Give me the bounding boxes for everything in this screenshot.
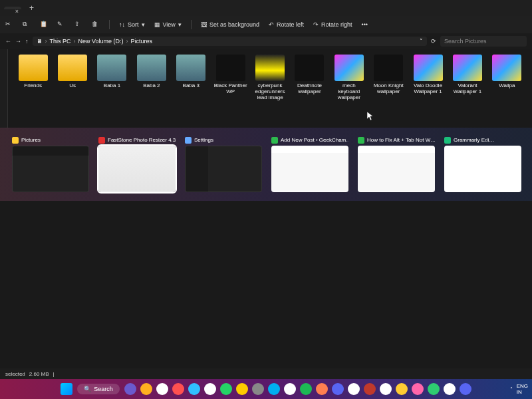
close-tab-icon[interactable]: × [15,8,19,15]
rotate-right-icon: ↷ [313,21,319,28]
window-card[interactable]: Pictures [12,137,89,192]
thumbnail [492,55,521,81]
window-thumbnail [444,146,521,192]
taskbar-app-icon[interactable] [220,383,232,395]
taskbar-app-icon[interactable] [444,383,456,395]
thumbnail [137,55,166,81]
paste-button[interactable]: 📋 [40,21,48,29]
taskbar-app-icon[interactable] [268,383,280,395]
thumbnail [255,55,285,81]
file-item[interactable]: Valorant Wallpaper 1 [450,55,484,124]
copy-icon: ⧉ [23,21,31,29]
window-thumbnail [12,146,89,192]
taskbar-app-icon[interactable] [396,383,408,395]
file-item[interactable]: Baba 3 [174,55,208,124]
window-card[interactable]: FastStone Photo Resizer 4.3 [98,137,176,192]
file-item[interactable]: cyberpunk edgerunners lead image [253,55,287,124]
window-title: FastStone Photo Resizer 4.3 [98,137,176,144]
taskbar-app-icon[interactable] [348,383,360,395]
view-button[interactable]: ▦View▾ [154,21,182,28]
copy-button[interactable]: ⧉ [23,21,31,29]
taskbar-app-icon[interactable] [412,383,424,395]
taskbar-app-icon[interactable] [284,383,296,395]
crumb-this-pc[interactable]: This PC [50,38,71,45]
sort-button[interactable]: ↑↓Sort▾ [119,21,145,28]
file-item[interactable]: Black Panther WP [213,55,247,124]
taskbar-app-icon[interactable] [204,383,216,395]
up-button[interactable]: ↑ [25,38,29,45]
delete-button[interactable]: 🗑 [92,21,100,29]
new-tab-button[interactable]: + [27,3,37,13]
taskbar-app-icon[interactable] [316,383,328,395]
cut-button[interactable]: ✂ [5,21,13,29]
taskbar-app-icon[interactable] [252,383,264,395]
file-label: Moon Knight wallpaper [372,83,406,95]
back-button[interactable]: ← [5,38,11,45]
window-card[interactable]: Add New Post ‹ GeekCham… [271,137,348,192]
chevron-right-icon: › [126,38,128,45]
file-label: cyberpunk edgerunners lead image [253,83,287,100]
taskbar-app-icon[interactable] [156,383,168,395]
taskbar-app-icon[interactable] [300,383,312,395]
share-icon: ⇪ [74,21,82,29]
file-label: Friends [24,83,42,89]
file-item[interactable]: Baba 1 [95,55,129,124]
pc-icon: 🖥 [37,38,43,45]
file-label: Valorant Wallpaper 1 [450,83,484,95]
app-icon [358,137,364,144]
language-indicator[interactable]: ENGIN [517,383,528,395]
taskbar-app-icon[interactable] [236,383,248,395]
window-card[interactable]: How to Fix Alt + Tab Not W… [358,137,435,192]
chevron-up-icon[interactable]: ˄ [510,386,513,392]
status-selected: selected [5,371,25,377]
file-label: Baba 2 [143,83,160,89]
taskbar-app-icon[interactable] [428,383,440,395]
file-item[interactable]: Valo Doodle Wallpaper 1 [411,55,445,124]
more-button[interactable]: ••• [362,21,368,28]
start-button[interactable] [61,383,72,395]
file-label: Valo Doodle Wallpaper 1 [411,83,445,95]
file-label: Black Panther WP [213,83,247,95]
taskbar-app-icon[interactable] [140,383,152,395]
window-title: Settings [185,137,262,144]
taskbar-app-icon[interactable] [124,383,136,395]
breadcrumb[interactable]: 🖥 › This PC › New Volume (D:) › Pictures… [33,37,428,46]
window-card[interactable]: Settings [185,137,262,192]
alt-tab-switcher[interactable]: PicturesFastStone Photo Resizer 4.3Setti… [0,128,532,201]
file-item[interactable]: Friends [16,55,50,124]
file-item[interactable]: Wallpa [490,55,524,124]
set-background-button[interactable]: 🖼Set as background [201,21,259,28]
crumb-pictures[interactable]: Pictures [131,38,153,45]
window-title: How to Fix Alt + Tab Not W… [358,137,435,144]
crumb-volume[interactable]: New Volume (D:) [78,38,124,45]
rotate-left-button[interactable]: ↶Rotate left [269,21,304,28]
thumbnail [216,55,245,81]
window-card[interactable]: Grammarly Edi… [444,137,521,192]
file-item[interactable]: Moon Knight wallpaper [372,55,406,124]
nav-pane[interactable] [0,49,8,129]
taskbar-app-icon[interactable] [332,383,344,395]
taskbar-app-icon[interactable] [188,383,200,395]
chevron-down-icon[interactable]: ˅ [420,38,423,45]
taskbar-app-icon[interactable] [380,383,392,395]
rotate-right-button[interactable]: ↷Rotate right [313,21,352,28]
taskbar-search[interactable]: 🔍Search [77,384,120,394]
system-tray[interactable]: ˄ ENGIN [510,383,528,395]
app-icon [444,137,451,144]
refresh-button[interactable]: ⟳ [431,38,436,45]
taskbar-app-icon[interactable] [364,383,376,395]
search-input[interactable]: Search Pictures [440,36,527,47]
chevron-right-icon: › [45,38,47,45]
rename-button[interactable]: ✎ [57,21,65,29]
taskbar-app-icon[interactable] [460,383,471,395]
forward-button[interactable]: → [15,38,21,45]
titlebar: × + [0,0,532,16]
file-item[interactable]: Deathnote wallpaper [293,55,327,124]
file-item[interactable]: Us [55,55,89,124]
taskbar-app-icon[interactable] [172,383,184,395]
window-tab[interactable]: × [4,7,21,9]
file-item[interactable]: mech keyboard wallpaper [332,55,366,124]
app-icon [98,137,105,144]
share-button[interactable]: ⇪ [74,21,82,29]
file-item[interactable]: Baba 2 [134,55,168,124]
